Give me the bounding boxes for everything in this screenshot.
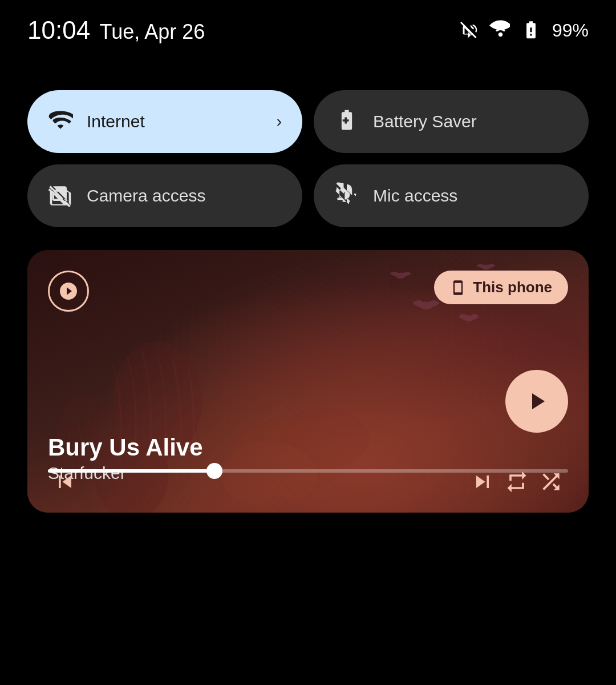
media-controls xyxy=(48,465,568,499)
play-icon xyxy=(523,388,550,415)
phone-icon xyxy=(450,280,466,296)
repeat-button[interactable] xyxy=(500,465,534,499)
mic-access-label: Mic access xyxy=(373,186,457,206)
battery-percentage: 99% xyxy=(552,20,589,41)
skip-next-icon xyxy=(470,469,495,494)
battery-saver-icon xyxy=(334,108,359,135)
media-app-icon xyxy=(48,271,89,312)
skip-next-button[interactable] xyxy=(465,465,500,499)
camera-off-icon xyxy=(48,182,73,209)
device-label: This phone xyxy=(473,279,552,296)
status-time: 10:04 xyxy=(27,16,90,44)
skip-previous-icon xyxy=(52,469,78,494)
camera-access-label: Camera access xyxy=(87,186,205,206)
status-time-date: 10:04 Tue, Apr 26 xyxy=(27,16,205,45)
status-bar: 10:04 Tue, Apr 26 99% xyxy=(0,0,616,56)
device-badge[interactable]: This phone xyxy=(434,271,568,304)
media-player: This phone Bury Us Alive Starfucker xyxy=(27,250,589,513)
internet-tile[interactable]: Internet › xyxy=(27,90,302,153)
battery-icon xyxy=(520,19,542,41)
battery-saver-label: Battery Saver xyxy=(373,112,477,131)
internet-label: Internet xyxy=(87,112,145,131)
wifi-icon xyxy=(48,108,73,135)
repeat-icon xyxy=(504,469,529,494)
media-top-row: This phone xyxy=(48,271,568,312)
play-circle-icon xyxy=(58,281,79,301)
battery-saver-tile[interactable]: Battery Saver xyxy=(314,90,589,153)
status-date: Tue, Apr 26 xyxy=(100,20,205,43)
mute-icon xyxy=(459,20,479,41)
shuffle-button[interactable] xyxy=(534,465,568,499)
media-play-button[interactable] xyxy=(505,370,568,433)
shuffle-icon xyxy=(538,469,564,494)
status-icons: 99% xyxy=(459,19,589,41)
skip-previous-button[interactable] xyxy=(48,465,82,499)
mic-off-icon xyxy=(334,182,359,209)
mic-access-tile[interactable]: Mic access xyxy=(314,164,589,227)
camera-access-tile[interactable]: Camera access xyxy=(27,164,302,227)
media-song-title: Bury Us Alive xyxy=(48,434,568,461)
wifi-status-icon xyxy=(489,20,510,41)
internet-arrow: › xyxy=(277,112,282,131)
quick-settings-grid: Internet › Battery Saver Camera access xyxy=(0,79,616,239)
